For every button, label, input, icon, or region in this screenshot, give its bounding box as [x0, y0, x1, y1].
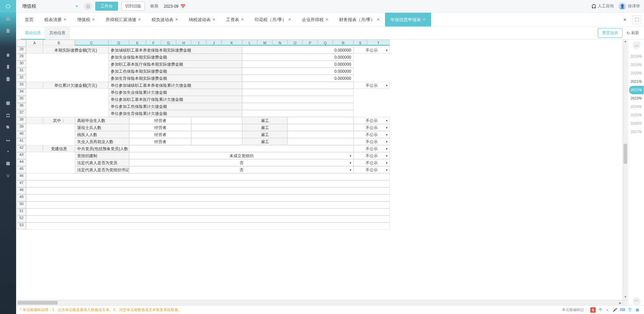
g2-val-2[interactable]	[242, 96, 354, 103]
nav-clipboard-icon[interactable]	[0, 61, 16, 73]
doc-icon[interactable]: ▤	[84, 2, 92, 10]
col-B[interactable]: B	[43, 40, 75, 46]
empty-19[interactable]	[26, 173, 390, 180]
row-53[interactable]: 53	[17, 223, 26, 230]
g4-vis-0[interactable]: 不公示	[354, 145, 390, 152]
hscroll-thumb[interactable]	[17, 301, 58, 305]
tab-close-icon[interactable]: ✕	[63, 17, 66, 22]
col-M[interactable]: M	[257, 40, 272, 46]
row-43[interactable]: 43	[17, 152, 26, 159]
empty-20[interactable]	[26, 180, 390, 187]
row-44[interactable]: 44	[17, 159, 26, 166]
consult-button[interactable]: 🎧 人工咨询	[591, 3, 614, 9]
year-2021年[interactable]: 2021年	[629, 77, 644, 86]
tab-close-icon[interactable]: ✕	[325, 17, 328, 22]
g3-v1-1[interactable]	[191, 124, 242, 131]
year-2020年[interactable]: 2020年	[629, 69, 644, 77]
sheet-corner[interactable]	[17, 40, 26, 47]
col-O[interactable]: O	[287, 40, 303, 46]
nav-bag-icon[interactable]	[0, 49, 16, 61]
ime-grid-icon[interactable]: ▦	[635, 307, 640, 313]
g2-val-4[interactable]	[242, 110, 354, 117]
user-menu[interactable]: 👤 徐泽华	[619, 3, 640, 10]
row-40[interactable]: 40	[17, 131, 26, 138]
row-48[interactable]: 48	[17, 187, 26, 194]
tab-close-icon[interactable]: ✕	[212, 17, 215, 22]
vertical-scrollbar[interactable]: ▲ ▼	[623, 40, 628, 300]
tab-0[interactable]: 首页	[19, 13, 39, 26]
nav-inbox-icon[interactable]	[0, 133, 16, 145]
ime-zh-icon[interactable]: 中	[598, 307, 603, 313]
nav-gear-icon[interactable]	[0, 145, 16, 158]
nav-home-icon[interactable]	[0, 13, 16, 25]
row-47[interactable]: 47	[17, 180, 26, 187]
tab-4[interactable]: 税负波动表✕	[146, 13, 183, 26]
row-28[interactable]: 28	[17, 47, 26, 54]
row-33[interactable]: 33	[17, 82, 26, 89]
g1-val-4[interactable]: 0.000000	[242, 75, 354, 82]
nav-copy-icon[interactable]	[0, 121, 16, 133]
ime-s-icon[interactable]: S	[590, 307, 596, 313]
col-I[interactable]: I	[191, 40, 206, 46]
g3-vis-1[interactable]: 不公示	[354, 124, 390, 131]
row-49[interactable]: 49	[17, 194, 26, 201]
row-36[interactable]: 36	[17, 103, 26, 110]
row-32[interactable]: 32	[17, 75, 26, 82]
col-Q[interactable]: Q	[318, 40, 333, 46]
g1-val-2[interactable]: 0.000000	[242, 61, 354, 68]
subtab-basic[interactable]: 基础信息	[21, 27, 45, 40]
row-50[interactable]: 50	[17, 201, 26, 208]
g1-val-0[interactable]: 0.000000	[242, 47, 354, 54]
year-2023年[interactable]: 2023年	[629, 94, 644, 103]
ime-punct-icon[interactable]: •,	[605, 307, 610, 313]
rail-up-button[interactable]: ︽	[633, 41, 641, 49]
tab-7[interactable]: 印花税（月/季）✕	[249, 13, 297, 26]
tab-5[interactable]: 纳税波动表✕	[183, 13, 221, 26]
tab-close-icon[interactable]: ✕	[175, 17, 178, 22]
nav-v-icon[interactable]	[0, 170, 16, 182]
col-R[interactable]: R	[333, 40, 354, 46]
g4-vis-3[interactable]: 不公示	[354, 166, 390, 173]
nav-calc-icon[interactable]	[0, 73, 16, 85]
empty-25[interactable]	[26, 215, 390, 223]
row-30[interactable]: 30	[17, 61, 26, 68]
g3-v2-1[interactable]	[287, 124, 354, 131]
col-C[interactable]: C	[75, 40, 108, 46]
row-38[interactable]: 38	[17, 117, 26, 124]
row-31[interactable]: 31	[17, 68, 26, 75]
tab-9[interactable]: 财务报表（月/季）✕	[334, 13, 385, 26]
ime-mic-icon[interactable]: 🎤	[612, 307, 618, 313]
switch-old-button[interactable]: 切到旧版	[121, 2, 145, 11]
year-2019年[interactable]: 2019年	[629, 61, 644, 69]
g1-val-1[interactable]: 0.000000	[242, 54, 354, 61]
tab-close-icon[interactable]: ✕	[423, 17, 426, 22]
row-37[interactable]: 37	[17, 110, 26, 117]
g4-val-1[interactable]: 未成立党组织	[129, 152, 354, 159]
year-2018年[interactable]: 2018年	[629, 52, 644, 61]
empty-21[interactable]	[26, 187, 390, 194]
col-J[interactable]: J	[206, 40, 221, 46]
g4-val-2[interactable]: 否	[129, 159, 354, 166]
row-45[interactable]: 45	[17, 166, 26, 173]
g2-val-1[interactable]	[242, 89, 354, 96]
g4-val-3[interactable]: 否	[129, 166, 354, 173]
g3-v2-0[interactable]	[287, 117, 354, 124]
tab-close-icon[interactable]: ✕	[241, 17, 244, 22]
row-39[interactable]: 39	[17, 124, 26, 131]
nav-active-icon[interactable]	[0, 109, 16, 121]
year-2022年[interactable]: 2022年	[629, 86, 644, 94]
row-34[interactable]: 34	[17, 89, 26, 96]
tab-close-icon[interactable]: ✕	[288, 17, 291, 22]
col-A[interactable]: A	[26, 40, 43, 46]
g2-val-3[interactable]	[242, 103, 354, 110]
tab-2[interactable]: 增值税✕	[72, 13, 100, 26]
tab-close-icon[interactable]: ✕	[138, 17, 141, 22]
nav-chart-icon[interactable]	[0, 37, 16, 49]
col-K[interactable]: K	[221, 40, 242, 46]
row-46[interactable]: 46	[17, 173, 26, 180]
tab-close-icon[interactable]: ✕	[92, 17, 95, 22]
refresh-button[interactable]: ↻ 刷新	[627, 30, 639, 36]
scroll-thumb[interactable]	[624, 144, 627, 164]
nav-doc-icon[interactable]	[0, 25, 16, 37]
col-G[interactable]: G	[161, 40, 176, 46]
